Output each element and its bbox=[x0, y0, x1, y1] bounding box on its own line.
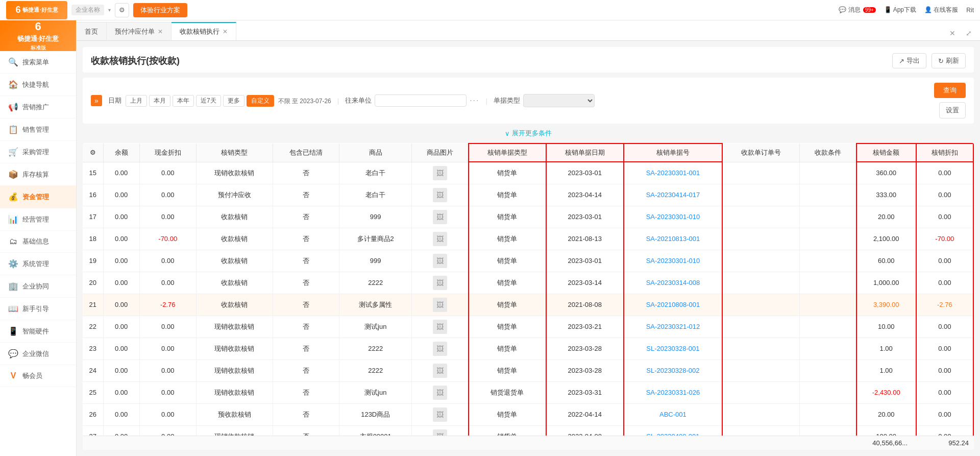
bill-no-link[interactable]: SL-20230328-002 bbox=[646, 367, 699, 374]
sidebar-item-label: 经营管理 bbox=[22, 215, 49, 224]
page-header: 收款核销执行(按收款) ↗ 导出 ↻ 刷新 bbox=[83, 47, 974, 73]
expand-more-button[interactable]: ∨ 展开更多条件 bbox=[505, 129, 552, 138]
date-btn-more[interactable]: 更多 bbox=[223, 95, 244, 107]
td-include-settled: 否 bbox=[273, 228, 339, 250]
td-verify-bill-date: 2023-03-31 bbox=[546, 381, 624, 403]
bill-no-link[interactable]: SA-20210813-001 bbox=[646, 235, 700, 243]
td-cash-discount: 0.00 bbox=[139, 184, 196, 206]
td-goods-img: 🖼 bbox=[411, 294, 469, 316]
sidebar-item-search[interactable]: 🔍 搜索菜单 bbox=[0, 51, 76, 74]
sidebar-item-label: 新手引导 bbox=[22, 304, 49, 314]
wechat-icon: 💬 bbox=[8, 349, 18, 358]
td-verify-bill-type: 销货单 bbox=[469, 294, 546, 316]
sidebar-item-guide[interactable]: 📖 新手引导 bbox=[0, 298, 76, 320]
tab-close-button[interactable]: ✕ bbox=[945, 26, 960, 40]
td-verify-amount: 360.00 bbox=[856, 162, 916, 184]
td-verify-bill-no: SA-20230314-008 bbox=[624, 272, 723, 294]
td-verify-bill-type: 销货单 bbox=[469, 228, 546, 250]
td-goods: 2222 bbox=[339, 359, 412, 381]
bill-no-link[interactable]: SA-20210808-001 bbox=[646, 301, 700, 308]
td-verify-amount: 1,000.00 bbox=[856, 272, 916, 294]
sidebar-item-sales[interactable]: 📋 销售管理 bbox=[0, 118, 76, 141]
page-title: 收款核销执行(按收款) bbox=[91, 55, 180, 67]
bill-no-link[interactable]: SA-20230414-017 bbox=[646, 191, 700, 199]
bill-no-link[interactable]: SA-20230314-008 bbox=[646, 279, 700, 286]
td-no: 22 bbox=[83, 316, 103, 338]
table-container: ⚙ 余额 现金折扣 核销类型 包含已结清 商品 商品图片 核销单据类型 核销单据… bbox=[83, 143, 974, 450]
sidebar-item-system[interactable]: ⚙️ 系统管理 bbox=[0, 253, 76, 275]
td-no: 21 bbox=[83, 294, 103, 316]
sidebar-item-operations[interactable]: 📊 经营管理 bbox=[0, 208, 76, 231]
td-balance: 0.00 bbox=[103, 359, 139, 381]
table-settings-icon[interactable]: ⚙ bbox=[90, 149, 96, 156]
sidebar-item-smart-hw[interactable]: 📱 智能硬件 bbox=[0, 320, 76, 343]
sidebar-item-wechat[interactable]: 💬 企业微信 bbox=[0, 343, 76, 365]
sidebar-item-member[interactable]: V 畅会员 bbox=[0, 365, 76, 387]
company-name: 企业名称 bbox=[71, 5, 104, 15]
bill-no-link[interactable]: SA-20230321-012 bbox=[646, 323, 700, 330]
top-bar-left: 6 畅捷通·好生意 企业名称 ▾ ⚙ 体验行业方案 bbox=[6, 1, 835, 19]
export-button[interactable]: ↗ 导出 bbox=[892, 53, 926, 68]
td-verify-amount: 3,390.00 bbox=[856, 294, 916, 316]
td-cash-discount: 0.00 bbox=[139, 206, 196, 228]
td-no: 19 bbox=[83, 250, 103, 272]
date-btn-this-year[interactable]: 本年 bbox=[173, 95, 194, 107]
date-btn-7days[interactable]: 近7天 bbox=[196, 95, 221, 107]
member-icon: V bbox=[8, 371, 18, 380]
table-row: 20 0.00 0.00 收款核销 否 2222 🖼 销货单 2023-03-1… bbox=[83, 272, 973, 294]
td-no: 27 bbox=[83, 425, 103, 436]
online-service-item[interactable]: 👤 在线客服 bbox=[924, 6, 958, 14]
bill-no-link[interactable]: ABC-001 bbox=[659, 411, 687, 418]
th-settings: ⚙ bbox=[83, 143, 103, 162]
bill-no-link[interactable]: SL-20230328-001 bbox=[646, 345, 699, 352]
table-wrapper[interactable]: ⚙ 余额 现金折扣 核销类型 包含已结清 商品 商品图片 核销单据类型 核销单据… bbox=[83, 143, 974, 436]
sidebar-item-label: 智能硬件 bbox=[22, 327, 49, 336]
td-verify-bill-type: 销货单 bbox=[469, 206, 546, 228]
date-btn-custom[interactable]: 自定义 bbox=[247, 95, 274, 107]
td-receipt-order-no bbox=[722, 250, 799, 272]
sidebar-item-enterprise[interactable]: 🏢 企业协同 bbox=[0, 275, 76, 298]
tab-bar: 首页 预付冲应付单 ✕ 收款核销执行 ✕ ✕ ⤢ bbox=[77, 20, 980, 41]
bill-no-link[interactable]: SA-20230301-010 bbox=[646, 213, 700, 221]
bill-no-link[interactable]: SA-20230301-001 bbox=[646, 169, 700, 177]
date-btn-last-month[interactable]: 上月 bbox=[126, 95, 147, 107]
company-dropdown-arrow[interactable]: ▾ bbox=[108, 7, 111, 13]
sidebar-item-quick-nav[interactable]: 🏠 快捷导航 bbox=[0, 74, 76, 96]
tab-receipt-verify[interactable]: 收款核销执行 ✕ bbox=[172, 22, 236, 40]
tab-home-label: 首页 bbox=[85, 27, 98, 36]
partner-input[interactable] bbox=[375, 94, 467, 107]
sidebar-item-finance[interactable]: 💰 资金管理 bbox=[0, 186, 76, 208]
app-download-item[interactable]: 📱 App下载 bbox=[884, 6, 916, 14]
sidebar-item-purchase[interactable]: 🛒 采购管理 bbox=[0, 141, 76, 163]
bill-no-link[interactable]: SA-20230331-026 bbox=[646, 389, 700, 396]
td-verify-bill-type: 销货单 bbox=[469, 338, 546, 359]
td-verify-bill-no: SA-20230331-026 bbox=[624, 381, 723, 403]
bill-type-select[interactable] bbox=[523, 94, 595, 107]
query-button[interactable]: 查询 bbox=[934, 83, 966, 98]
setting-button[interactable]: 设置 bbox=[939, 102, 966, 118]
sidebar-item-marketing[interactable]: 📢 营销推广 bbox=[0, 96, 76, 118]
date-btn-this-month[interactable]: 本月 bbox=[149, 95, 170, 107]
td-cash-discount: 0.00 bbox=[139, 381, 196, 403]
td-verify-bill-no: ABC-001 bbox=[624, 403, 723, 425]
tab-home[interactable]: 首页 bbox=[77, 22, 107, 40]
table-footer: 40,556,66... 952.24 bbox=[83, 436, 974, 450]
sidebar-item-inventory[interactable]: 📦 库存核算 bbox=[0, 163, 76, 186]
bill-no-link[interactable]: SA-20230301-010 bbox=[646, 257, 700, 265]
td-verify-bill-date: 2023-03-28 bbox=[546, 359, 624, 381]
refresh-button[interactable]: ↻ 刷新 bbox=[932, 53, 966, 68]
tab-prepay[interactable]: 预付冲应付单 ✕ bbox=[107, 22, 172, 40]
settings-button[interactable]: ⚙ bbox=[115, 3, 129, 17]
sidebar-item-basic-info[interactable]: 🗂 基础信息 bbox=[0, 231, 76, 253]
tab-maximize-button[interactable]: ⤢ bbox=[962, 26, 976, 40]
th-receipt-condition: 收款条件 bbox=[799, 143, 856, 162]
notification-item[interactable]: 💬 消息 99+ bbox=[839, 6, 876, 14]
trial-button[interactable]: 体验行业方案 bbox=[133, 3, 187, 17]
bill-no-link[interactable]: SL-20230408-001 bbox=[646, 433, 699, 436]
tab-receipt-verify-close[interactable]: ✕ bbox=[223, 28, 228, 35]
filter-expand-button[interactable]: » bbox=[91, 95, 102, 106]
td-receipt-condition bbox=[799, 250, 856, 272]
td-verify-amount: 2,100.00 bbox=[856, 228, 916, 250]
td-receipt-condition bbox=[799, 184, 856, 206]
tab-prepay-close[interactable]: ✕ bbox=[158, 28, 163, 35]
